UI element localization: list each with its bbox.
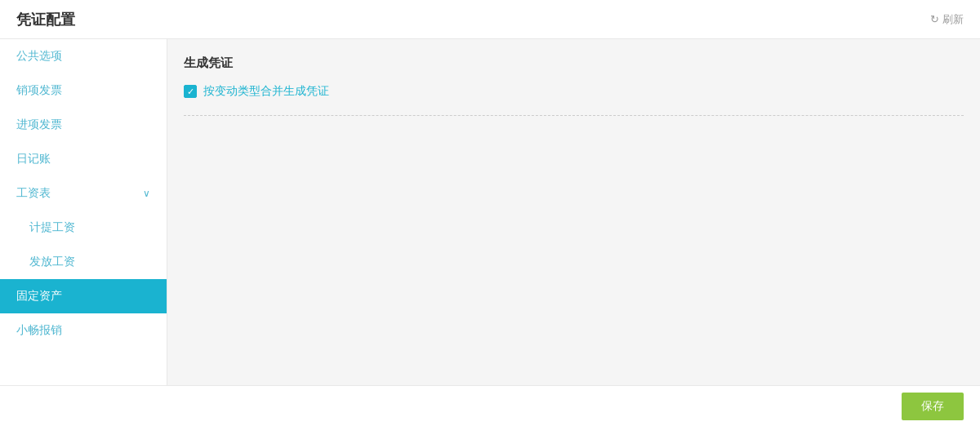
footer: 保存 (0, 385, 980, 426)
content-area: 公共选项销项发票进项发票日记账工资表∨计提工资发放工资固定资产小畅报销 生成凭证… (0, 39, 980, 385)
sidebar-item-label: 工资表 (16, 186, 51, 201)
sidebar-item-sales-invoice[interactable]: 销项发票 (0, 73, 167, 108)
checkbox-row: 按变动类型合并生成凭证 (184, 84, 964, 99)
sidebar-item-payroll-table[interactable]: 工资表∨ (0, 176, 167, 211)
merge-by-type-checkbox[interactable] (184, 85, 197, 98)
main-content: 生成凭证 按变动类型合并生成凭证 (167, 39, 980, 385)
page-title: 凭证配置 (16, 10, 75, 29)
chevron-down-icon: ∨ (143, 188, 150, 199)
sidebar-item-label: 销项发票 (16, 83, 62, 96)
sidebar-item-label: 固定资产 (16, 289, 62, 302)
sidebar-item-label: 发放工资 (29, 255, 75, 268)
header: 凭证配置 ↻ 刷新 (0, 0, 980, 39)
sidebar-item-label: 公共选项 (16, 49, 62, 62)
sidebar-item-accrued-salary[interactable]: 计提工资 (0, 211, 167, 245)
divider (184, 115, 964, 116)
sidebar-item-label: 日记账 (16, 152, 51, 165)
section-title: 生成凭证 (184, 55, 964, 71)
save-button[interactable]: 保存 (902, 393, 964, 420)
refresh-button[interactable]: ↻ 刷新 (930, 12, 964, 27)
sidebar-item-pay-salary[interactable]: 发放工资 (0, 245, 167, 279)
sidebar-item-label: 计提工资 (29, 220, 75, 233)
refresh-label: 刷新 (942, 12, 964, 27)
sidebar-item-public-options[interactable]: 公共选项 (0, 39, 167, 73)
sidebar-item-label: 小畅报销 (16, 323, 62, 336)
merge-by-type-label: 按变动类型合并生成凭证 (203, 84, 329, 99)
sidebar-item-journal[interactable]: 日记账 (0, 142, 167, 176)
sidebar-item-purchase-invoice[interactable]: 进项发票 (0, 108, 167, 142)
sidebar: 公共选项销项发票进项发票日记账工资表∨计提工资发放工资固定资产小畅报销 (0, 39, 167, 385)
refresh-icon: ↻ (930, 13, 939, 25)
sidebar-item-label: 进项发票 (16, 118, 62, 131)
sidebar-item-expense-report[interactable]: 小畅报销 (0, 313, 167, 348)
sidebar-item-fixed-assets[interactable]: 固定资产 (0, 279, 167, 313)
